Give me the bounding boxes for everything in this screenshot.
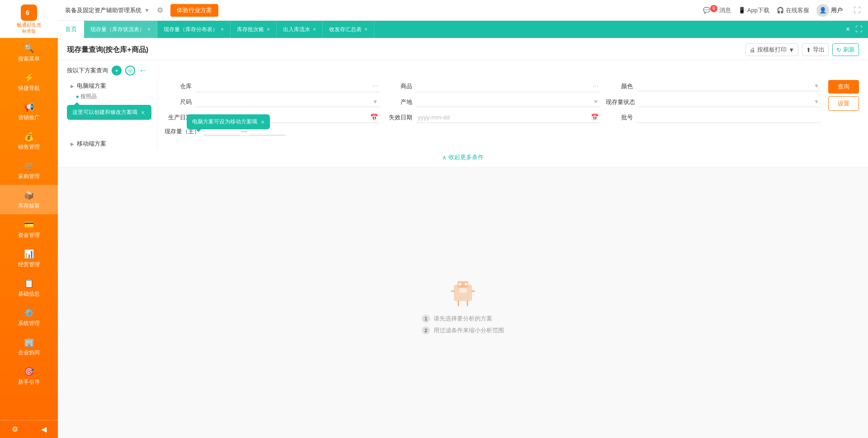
empty-hint-1: 1 请先选择要分析的方案 xyxy=(422,315,504,323)
expire-date-input[interactable]: yyyy-mm-dd 📅 xyxy=(416,112,600,123)
sales-icon: 💰 xyxy=(24,132,34,141)
expire-date-calendar-icon[interactable]: 📅 xyxy=(591,113,599,121)
app-download-label: App下载 xyxy=(747,6,769,14)
hint-num-2: 2 xyxy=(422,326,430,334)
industry-btn[interactable]: 体验行业方案 xyxy=(170,4,218,17)
mobile-icon: 📱 xyxy=(738,7,745,14)
prod-date-calendar-icon[interactable]: 📅 xyxy=(370,113,378,121)
sidebar-item-enterprise[interactable]: 🏢 企业协同 xyxy=(0,332,58,361)
tab-close-icon[interactable]: × xyxy=(313,27,316,32)
filter-circle-btn[interactable]: ◎ xyxy=(125,66,135,75)
sidebar-item-operation[interactable]: 📊 经营管理 xyxy=(0,244,58,273)
online-service-btn[interactable]: 🎧 在线客服 xyxy=(777,6,809,14)
sidebar-item-system[interactable]: ⚙️ 系统管理 xyxy=(0,302,58,332)
scheme-pc[interactable]: ▶ 电脑端方案 xyxy=(67,80,151,92)
warehouse-dots-icon[interactable]: ··· xyxy=(372,82,378,90)
tab-close-icon[interactable]: × xyxy=(267,27,270,32)
sidebar-item-marketing[interactable]: 📢 营销推广 xyxy=(0,97,58,126)
sidebar-item-label: 销售管理 xyxy=(18,143,40,151)
sidebar-item-search[interactable]: 🔍 搜索菜单 xyxy=(0,38,58,67)
message-icon: 💬 xyxy=(703,7,710,14)
size-select[interactable]: ▼ xyxy=(195,97,380,107)
page-content: 现存量查询(按仓库+商品) 🖨 按模板打印 ▼ ⬆ 导出 ↻ 刷新 xyxy=(58,38,868,438)
scheme-mobile[interactable]: ▶ 移动端方案 xyxy=(67,138,151,150)
app-download-btn[interactable]: 📱 App下载 xyxy=(738,6,769,14)
tooltip-pc-scheme: 电脑方案可设为移动方案哦 × xyxy=(187,114,270,129)
tab-inventory-status[interactable]: 现存量（库存状况表） × xyxy=(84,21,157,38)
user-name: 用户 xyxy=(831,6,843,14)
filter-area: 按以下方案查询 + ◎ ← 电脑方案可设为移动方案哦 × ▶ 电脑端方案 xyxy=(58,60,868,167)
logo-text: 畅通好生意 标准版 xyxy=(17,22,42,34)
tab-inventory-dist[interactable]: 现存量（库存分布表） × xyxy=(157,21,231,38)
sidebar-item-finance[interactable]: 💳 资金管理 xyxy=(0,214,58,244)
origin-label: 产地 xyxy=(385,98,412,106)
stock-status-select[interactable]: ▼ xyxy=(639,97,821,107)
filter-back-icon[interactable]: ← xyxy=(139,66,147,75)
fullscreen-icon[interactable]: ⛶ xyxy=(854,6,861,14)
collapse-sidebar-icon[interactable]: ◀ xyxy=(41,425,47,433)
collapse-bar[interactable]: ∧ 收起更多条件 xyxy=(67,150,859,161)
search-btn[interactable]: 查询 xyxy=(828,80,859,94)
warehouse-select[interactable]: ··· xyxy=(195,80,380,92)
user-menu[interactable]: 👤 用户 xyxy=(816,4,843,17)
tabbar: 首页 现存量（库存状况表） × 现存量（库存分布表） × 库存批次账 × 出入库… xyxy=(58,21,868,38)
print-btn[interactable]: 🖨 按模板打印 ▼ xyxy=(745,43,798,56)
sidebar-item-quick[interactable]: ⚡ 快捷导航 xyxy=(0,67,58,97)
guide-icon: 🎯 xyxy=(24,367,34,377)
tab-receive-summary[interactable]: 收发存汇总表 × xyxy=(323,21,374,38)
batch-label: 批号 xyxy=(606,113,633,122)
color-select[interactable]: ▼ xyxy=(637,81,821,91)
color-chevron-icon: ▼ xyxy=(814,83,819,89)
tab-close-icon[interactable]: × xyxy=(147,27,151,32)
settings-icon[interactable]: ⚙ xyxy=(12,425,18,433)
tab-inout-flow[interactable]: 出入库流水 × xyxy=(277,21,323,38)
tab-close-icon[interactable]: × xyxy=(364,27,368,32)
filter-row-1: 仓库 ··· 商品 ··· xyxy=(165,80,821,92)
sidebar-item-label: 营销推广 xyxy=(18,114,40,122)
size-label: 尺码 xyxy=(165,98,192,106)
tab-expand-icon[interactable]: ⛶ xyxy=(854,25,864,33)
sidebar-item-inventory[interactable]: 📦 库存核算 xyxy=(0,185,58,214)
system-icon: ⚙️ xyxy=(24,308,34,318)
filter-add-btn[interactable]: + xyxy=(112,66,122,75)
sidebar-item-label: 经营管理 xyxy=(18,261,40,268)
main-area: 装备及固定资产辅助管理系统 ▼ ⚙ 体验行业方案 💬 6 消息 📱 App下载 … xyxy=(58,0,868,438)
hint-text-1: 请先选择要分析的方案 xyxy=(434,315,492,323)
tooltip-close-icon2[interactable]: × xyxy=(141,109,145,116)
filter-field-size: 尺码 ▼ xyxy=(165,97,380,107)
logo-icon: 6 xyxy=(21,5,37,21)
tab-home[interactable]: 首页 xyxy=(58,21,84,38)
batch-input[interactable] xyxy=(637,112,821,123)
scheme-pc-sub-item[interactable]: ■ 按照品 xyxy=(76,92,151,101)
expire-date-label: 失效日期 xyxy=(385,113,412,122)
sidebar-item-basic[interactable]: 📋 基础信息 xyxy=(0,273,58,302)
export-btn[interactable]: ⬆ 导出 xyxy=(802,43,829,56)
gear-icon[interactable]: ⚙ xyxy=(157,6,163,14)
sub-item-label: 按照品 xyxy=(80,93,97,100)
reset-btn[interactable]: 设置 xyxy=(828,96,859,111)
tab-close-icon[interactable]: × xyxy=(221,27,224,32)
quick-icon: ⚡ xyxy=(24,73,34,83)
page-header-actions: 🖨 按模板打印 ▼ ⬆ 导出 ↻ 刷新 xyxy=(745,43,859,56)
empty-illustration xyxy=(445,271,481,307)
tooltip-close-icon[interactable]: × xyxy=(261,118,264,126)
collapse-up-icon: ∧ xyxy=(442,154,447,161)
stock-status-chevron-icon: ▼ xyxy=(814,99,819,105)
search-icon: 🔍 xyxy=(24,43,34,53)
scheme-pc-sub: ■ 按照品 xyxy=(67,92,151,101)
sidebar-item-guide[interactable]: 🎯 新手引导 xyxy=(0,361,58,391)
tab-close-all-icon[interactable]: × xyxy=(844,25,852,33)
message-btn[interactable]: 💬 6 消息 xyxy=(703,6,731,14)
refresh-btn[interactable]: ↻ 刷新 xyxy=(832,43,859,56)
sidebar-item-label: 快捷导航 xyxy=(18,85,40,92)
scheme-pc-label: 电脑端方案 xyxy=(77,82,106,90)
filter-field-color: 颜色 ▼ xyxy=(606,80,821,92)
origin-select[interactable]: ▼ xyxy=(416,97,600,107)
message-label: 消息 xyxy=(719,6,731,14)
goods-dots-icon[interactable]: ··· xyxy=(593,82,599,90)
tab-batch-account[interactable]: 库存批次账 × xyxy=(231,21,277,38)
svg-text:6: 6 xyxy=(26,9,29,16)
sidebar-item-purchase[interactable]: 🛒 采购管理 xyxy=(0,155,58,185)
goods-select[interactable]: ··· xyxy=(416,80,600,92)
sidebar-item-sales[interactable]: 💰 销售管理 xyxy=(0,126,58,155)
